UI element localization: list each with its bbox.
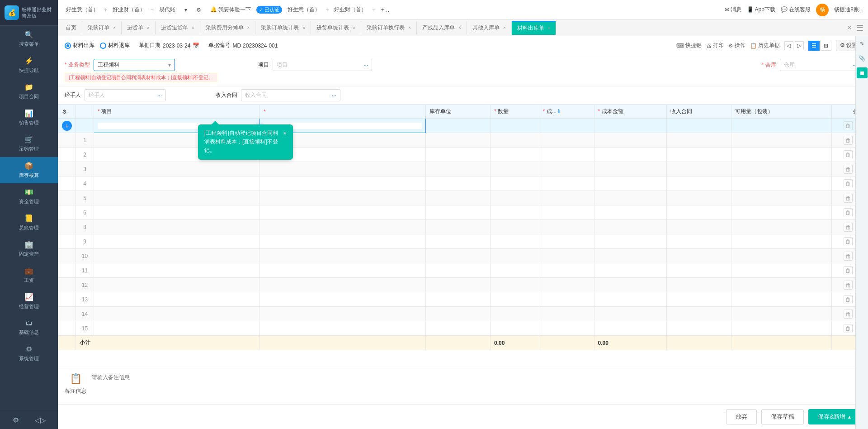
row-6-delete-btn[interactable]: 🗑 [844, 208, 853, 217]
right-panel-edit-icon[interactable]: ✎ [857, 38, 868, 49]
row-1-income-contract[interactable] [667, 133, 731, 148]
nav-more-btn[interactable]: ▾ [181, 5, 191, 15]
main-table: ⚙ * 项目 * 库存单位 * 数量 * 成... ℹ * 成本金额 收入合同 … [58, 105, 868, 350]
th-settings[interactable]: ⚙ [58, 105, 76, 119]
tooltip-close-btn[interactable]: × [283, 129, 287, 138]
sidebar-item-search[interactable]: 🔍 搜索菜单 [0, 26, 58, 52]
nav-hao-shengyi-2[interactable]: 好生意（首） [284, 4, 324, 15]
radio-material-return[interactable]: 材料退库 [100, 42, 130, 49]
nav-app-download-btn[interactable]: 📱 App下载 [747, 6, 775, 14]
tab-goods-stat[interactable]: 进货单统计表× [311, 21, 361, 34]
sidebar-item-quicknav[interactable]: ⚡ 快捷导航 [0, 52, 58, 78]
sidebar-item-purchase[interactable]: 🛒 采购管理 [0, 131, 58, 157]
nav-settings-icon[interactable]: ⚙ [193, 5, 205, 15]
row-7-cost[interactable] [539, 119, 594, 133]
row-7-cost-amount[interactable] [594, 119, 667, 133]
row-9-delete-btn[interactable]: 🗑 [844, 237, 853, 246]
radio-material-out[interactable]: 材料出库 [65, 42, 94, 49]
row-2-cost[interactable] [539, 148, 594, 162]
sidebar-item-assets[interactable]: 🏢 固定资产 [0, 236, 58, 262]
tab-product-in[interactable]: 产成品入库单× [417, 21, 467, 34]
nav-online-service-btn[interactable]: 💬 在线客服 [781, 6, 811, 14]
nav-hao-shengyi[interactable]: 好生意（首） [62, 4, 102, 15]
calendar-icon[interactable]: 📅 [193, 43, 199, 49]
print-btn[interactable]: 🖨 打印 [706, 42, 724, 49]
row-4-delete-btn[interactable]: 🗑 [844, 179, 853, 188]
sidebar-settings-btn[interactable]: ⚙ [13, 416, 19, 424]
row-2-delete-btn[interactable]: 🗑 [844, 150, 853, 159]
project-input[interactable]: 项目 ··· [273, 59, 372, 71]
tab-other-in[interactable]: 其他入库单× [467, 21, 512, 34]
tab-home[interactable]: 首页 [60, 21, 82, 34]
row-13-delete-btn[interactable]: 🗑 [844, 295, 853, 304]
row-15-delete-btn[interactable]: 🗑 [844, 324, 853, 333]
tab-purchase-exec[interactable]: 采购订单执行表× [361, 21, 417, 34]
nav-experience[interactable]: 🔔 我要体验一下 [207, 4, 255, 15]
row-1-cost-amount[interactable] [594, 133, 667, 148]
save-new-button[interactable]: 保存&新增 ▲ [808, 409, 861, 424]
row-7-available [731, 119, 831, 133]
add-row-btn[interactable]: + [62, 121, 72, 131]
tab-goods-return[interactable]: 进货退货单× [156, 21, 200, 34]
save-draft-button[interactable]: 保存草稿 [761, 409, 804, 424]
handler-input[interactable]: 经手人 ··· [85, 89, 166, 101]
user-avatar[interactable]: 畅 [816, 4, 829, 16]
row-7-quantity[interactable] [491, 119, 539, 133]
warehouse-input[interactable]: 仓库 ··· [780, 59, 861, 71]
row-12-delete-btn[interactable]: 🗑 [844, 281, 853, 290]
tab-purchase-fee[interactable]: 采购费用分摊单× [200, 21, 256, 34]
prev-btn[interactable]: ◁ [784, 41, 793, 50]
business-type-input[interactable]: 工程领料 ▾ [94, 59, 175, 71]
view-list-btn[interactable]: ☰ [808, 41, 820, 51]
sidebar-item-sales[interactable]: 📊 销售管理 [0, 105, 58, 131]
sidebar-item-finance[interactable]: 💵 资金管理 [0, 183, 58, 210]
row-11-delete-btn[interactable]: 🗑 [844, 266, 853, 275]
nav-yidaizhang[interactable]: 易代账 [156, 4, 179, 15]
row-5-delete-btn[interactable]: 🗑 [844, 194, 853, 203]
sidebar-item-base[interactable]: 🗂 基础信息 [0, 315, 58, 340]
row-1-quantity[interactable] [491, 133, 539, 148]
next-btn[interactable]: ▷ [795, 41, 804, 50]
row-10-delete-btn[interactable]: 🗑 [844, 252, 853, 261]
right-panel-active-icon[interactable]: ◼ [857, 67, 868, 78]
tab-close-all-btn[interactable]: × [844, 23, 854, 33]
th-available: 可用量（包装） [731, 105, 831, 119]
number-value[interactable]: MD-20230324-001 [232, 43, 278, 49]
row-2-income-contract[interactable] [667, 148, 731, 162]
row-8-delete-btn[interactable]: 🗑 [844, 223, 853, 232]
row-1-delete-btn[interactable]: 🗑 [844, 136, 853, 145]
note-input[interactable] [91, 373, 861, 396]
sidebar-collapse-btn[interactable]: ◁▷ [35, 416, 46, 424]
nav-hao-yeye[interactable]: 好业财（首） [109, 4, 149, 15]
date-value[interactable]: 2023-03-24 [163, 43, 190, 49]
row-2-quantity[interactable] [491, 148, 539, 162]
nav-username[interactable]: 畅捷通8账... [834, 6, 863, 14]
sidebar-item-ledger[interactable]: 📒 总账管理 [0, 210, 58, 236]
nav-hao-yeye-2[interactable]: 好业财（首） [330, 4, 370, 15]
sidebar-item-system[interactable]: ⚙ 系统管理 [0, 340, 58, 367]
sidebar-item-inventory[interactable]: 📦 库存核算 [0, 157, 58, 183]
row-2-cost-amount[interactable] [594, 148, 667, 162]
sidebar-item-ops[interactable]: 📈 经营管理 [0, 288, 58, 315]
row-7-income-contract[interactable] [667, 119, 731, 133]
sidebar-item-salary[interactable]: 💼 工资 [0, 262, 58, 288]
discard-button[interactable]: 放弃 [726, 409, 757, 424]
tab-goods-receipt[interactable]: 进货单× [122, 21, 156, 34]
nav-more-2[interactable]: +… [377, 5, 393, 15]
sidebar-item-project[interactable]: 📁 项目合同 [0, 78, 58, 105]
income-contract-input[interactable]: 收入合同 ··· [241, 89, 340, 101]
tab-material-out[interactable]: 材料出库单× [512, 21, 557, 35]
row-7-delete-btn[interactable]: 🗑 [844, 121, 853, 130]
right-panel-attachment-icon[interactable]: 📎 [857, 53, 868, 64]
tab-purchase-stat[interactable]: 采购订单统计表× [255, 21, 311, 34]
operate-btn[interactable]: ⚙ 操作 [728, 42, 745, 49]
history-btn[interactable]: 📋 历史单据 [750, 42, 780, 49]
row-3-delete-btn[interactable]: 🗑 [844, 165, 853, 174]
row-14-delete-btn[interactable]: 🗑 [844, 310, 853, 319]
tab-menu-btn[interactable]: ☰ [854, 23, 866, 33]
row-1-cost[interactable] [539, 133, 594, 148]
nav-message-btn[interactable]: ✉ 消息 [725, 6, 741, 14]
view-grid-btn[interactable]: ⊞ [821, 41, 831, 51]
quick-key-btn[interactable]: ⌨ 快捷键 [676, 42, 702, 49]
tab-purchase-order[interactable]: 采购订单× [82, 21, 122, 34]
